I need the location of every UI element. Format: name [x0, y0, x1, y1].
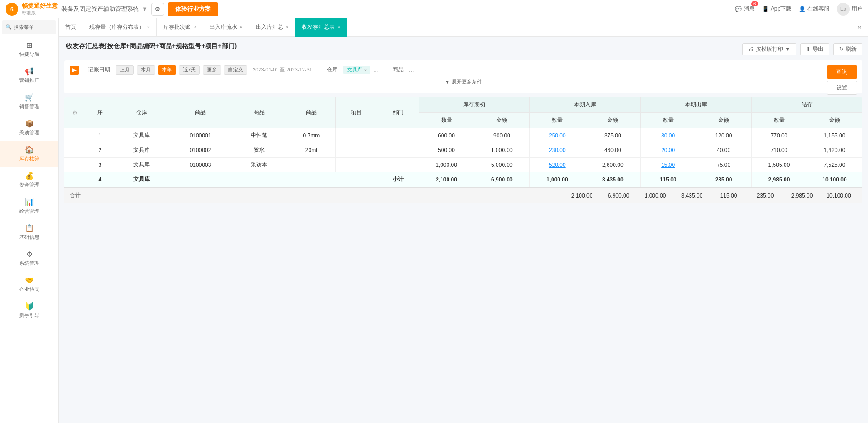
query-btn-area: 查询 设置 [827, 65, 857, 95]
date-btn-this-year[interactable]: 本年 [158, 65, 176, 75]
subtotal-in-amt: 3,435.00 [585, 172, 641, 187]
row-in-qty[interactable]: 250.00 [530, 128, 585, 143]
app-subtitle: 标准版 [22, 10, 58, 16]
date-btn-7days[interactable]: 近7天 [179, 65, 200, 75]
user-button[interactable]: Ea 用户 [837, 3, 862, 16]
row-open-amt: 5,000.00 [474, 158, 530, 172]
tab-inventory-dist-close[interactable]: × [147, 25, 150, 30]
operations-icon: 📊 [25, 198, 34, 206]
subtotal-open-qty: 2,100.00 [419, 172, 474, 187]
main-area: 🔍 搜索菜单 ⊞ 快捷导航 📢 营销推广 🛒 销售管理 📦 采购管理 🏠 [0, 18, 868, 423]
row-open-amt: 1,000.00 [474, 143, 530, 158]
sidebar-item-label: 营销推广 [19, 77, 39, 84]
online-service-button[interactable]: 👤 在线客服 [799, 5, 829, 13]
expand-conditions-button[interactable]: ▼ 展开更多条件 [445, 78, 482, 85]
table-settings-th[interactable]: ⚙ [64, 97, 86, 128]
export-icon: ⬆ [806, 46, 811, 52]
row-in-qty[interactable]: 520.00 [530, 158, 585, 172]
subtotal-name: 小计 [377, 172, 419, 187]
sidebar-item-label: 库存核算 [19, 155, 39, 162]
row-out-qty[interactable]: 20.00 [641, 143, 696, 158]
goods-more[interactable]: ... [409, 67, 414, 73]
sidebar-item-system[interactable]: ⚙ 系统管理 [0, 245, 58, 271]
tab-inout-summary-close[interactable]: × [286, 25, 289, 30]
table-row: 2 文具库 0100002 胶水 20ml 500.00 1,000.00 23… [64, 143, 862, 158]
print-button[interactable]: 🖨 按模版打印 ▼ [742, 43, 796, 55]
search-menu-button[interactable]: 🔍 搜索菜单 [2, 20, 56, 34]
tab-inout-summary-label: 出入库汇总 [256, 23, 283, 31]
message-button[interactable]: 💬 消息 6 [735, 5, 755, 13]
filter-collapse-button[interactable]: ▶ [70, 66, 79, 75]
column-settings-button[interactable]: 设置 [827, 81, 857, 95]
tab-inout-flow[interactable]: 出入库流水 × [203, 18, 249, 37]
tab-inout-flow-close[interactable]: × [240, 25, 243, 30]
message-badge: 6 [751, 1, 758, 6]
sidebar-item-operations[interactable]: 📊 经营管理 [0, 193, 58, 219]
total-in-qty: 1,000.00 [637, 192, 674, 199]
row-dept [377, 158, 419, 172]
export-button[interactable]: ⬆ 导出 [800, 43, 829, 55]
date-btn-prev-month[interactable]: 上月 [116, 65, 134, 75]
total-open-amt: 6,900.00 [600, 192, 637, 199]
sidebar: 🔍 搜索菜单 ⊞ 快捷导航 📢 营销推广 🛒 销售管理 📦 采购管理 🏠 [0, 18, 59, 423]
th-opening: 库存期初 [419, 97, 530, 113]
row-spec: 20ml [287, 143, 336, 158]
content-area: 首页 现存量（库存分布表） × 库存批次账 × 出入库流水 × 出入库汇总 × [59, 18, 868, 423]
row-bal-qty: 710.00 [752, 143, 807, 158]
total-open-qty: 2,100.00 [564, 192, 600, 199]
date-btn-custom[interactable]: 自定义 [224, 65, 247, 75]
user-label: 用户 [851, 5, 862, 13]
print-icon: 🖨 [748, 46, 754, 52]
subtotal-out-amt: 235.00 [696, 172, 752, 187]
sidebar-item-enterprise[interactable]: 🤝 企业协同 [0, 271, 58, 297]
refresh-button[interactable]: ↻ 刷新 [833, 43, 862, 55]
tab-recv-send-close[interactable]: × [337, 25, 340, 30]
sidebar-item-quick-nav[interactable]: ⊞ 快捷导航 [0, 36, 58, 62]
tab-inout-summary[interactable]: 出入库汇总 × [249, 18, 296, 37]
tab-batch[interactable]: 库存批次账 × [157, 18, 203, 37]
sidebar-item-label: 企业协同 [19, 286, 39, 293]
goods-filter: ... [409, 67, 414, 73]
row-bal-amt: 1,420.00 [807, 143, 862, 158]
row-out-qty[interactable]: 15.00 [641, 158, 696, 172]
tab-recv-send[interactable]: 收发存汇总表 × [295, 18, 347, 37]
print-label: 按模版打印 [756, 45, 783, 53]
sidebar-item-marketing[interactable]: 📢 营销推广 [0, 62, 58, 88]
tab-batch-close[interactable]: × [194, 25, 196, 30]
th-bal-qty: 数量 [752, 113, 807, 128]
sidebar-item-label: 经营管理 [19, 208, 39, 214]
th-name: 商品 [232, 97, 287, 128]
th-open-amt: 金额 [474, 113, 530, 128]
sidebar-item-inventory[interactable]: 🏠 库存核算 [0, 141, 58, 167]
sidebar-item-finance[interactable]: 💰 资金管理 [0, 167, 58, 193]
subtotal-bal-qty: 2,985.00 [752, 172, 807, 187]
date-btn-more[interactable]: 更多 [203, 65, 221, 75]
warehouse-tag-close[interactable]: × [364, 67, 367, 73]
settings-button[interactable]: ⚙ [151, 3, 164, 16]
tab-bar: 首页 现存量（库存分布表） × 库存批次账 × 出入库流水 × 出入库汇总 × [59, 18, 868, 37]
title-row: 收发存汇总表(按仓库+商品编码+商品+规格型号+项目+部门) 🖨 按模版打印 ▼… [64, 42, 862, 56]
sidebar-item-purchase[interactable]: 📦 采购管理 [0, 115, 58, 141]
row-in-amt: 460.00 [585, 143, 641, 158]
guide-icon: 🔰 [25, 302, 34, 311]
sidebar-item-label: 系统管理 [19, 260, 39, 267]
subtotal-open-amt: 6,900.00 [474, 172, 530, 187]
sidebar-item-basic-info[interactable]: 📋 基础信息 [0, 219, 58, 245]
row-num: 2 [86, 143, 114, 158]
tab-home[interactable]: 首页 [59, 18, 83, 37]
total-label: 合计 [70, 192, 125, 199]
query-button[interactable]: 查询 [827, 65, 857, 79]
date-btn-this-month[interactable]: 本月 [137, 65, 155, 75]
row-project [336, 158, 377, 172]
row-code: 0100002 [169, 143, 232, 158]
tab-inventory-dist[interactable]: 现存量（库存分布表） × [83, 18, 157, 37]
app-download-button[interactable]: 📱 App下载 [762, 5, 791, 13]
warehouse-more[interactable]: ... [373, 67, 378, 73]
sidebar-item-sales[interactable]: 🛒 销售管理 [0, 88, 58, 115]
online-service-label: 在线客服 [807, 5, 829, 13]
row-in-qty[interactable]: 230.00 [530, 143, 585, 158]
sidebar-item-guide[interactable]: 🔰 新手引导 [0, 297, 58, 324]
tab-bar-close-button[interactable]: × [851, 23, 868, 32]
row-out-qty[interactable]: 80.00 [641, 128, 696, 143]
experience-button[interactable]: 体验行业方案 [168, 2, 218, 16]
